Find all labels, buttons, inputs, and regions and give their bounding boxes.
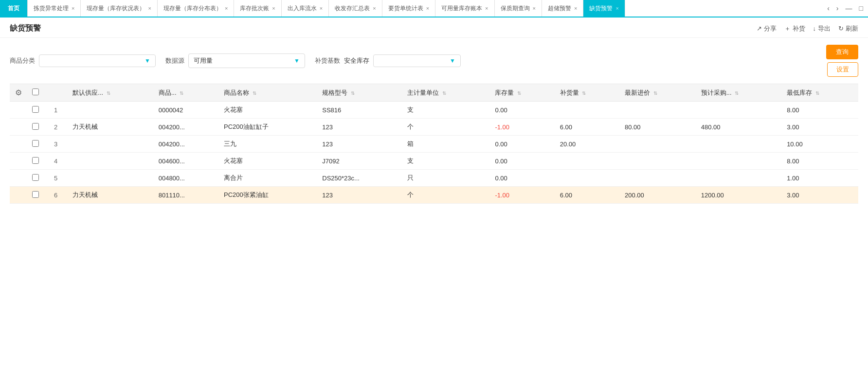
- close-icon[interactable]: ×: [148, 5, 151, 11]
- tab-inout-label: 出入库流水: [288, 4, 317, 13]
- close-icon[interactable]: ×: [272, 5, 275, 11]
- row-checkbox[interactable]: [32, 157, 39, 164]
- close-icon[interactable]: ×: [320, 5, 323, 11]
- maximize-icon[interactable]: □: [856, 3, 866, 13]
- close-icon[interactable]: ×: [615, 5, 618, 11]
- table-row: 4 004600... 火花塞 J7092 支 0.00 8.00: [10, 153, 858, 170]
- page-content: 缺货预警 ↗ 分享 ＋ 补货 ↓ 导出 ↻ 刷新 商品分类: [0, 18, 868, 387]
- select-all-checkbox[interactable]: [32, 88, 39, 95]
- refresh-button[interactable]: ↻ 刷新: [838, 24, 858, 33]
- row-checkbox[interactable]: [32, 174, 39, 181]
- row-product-code: 0000042: [154, 102, 219, 119]
- row-checkbox-cell: [27, 170, 44, 187]
- tab-defect-handling[interactable]: 拣货异常处理 ×: [28, 0, 81, 17]
- row-spec: SS816: [317, 102, 402, 119]
- page-title: 缺货预警: [10, 23, 41, 34]
- tab-prev-icon[interactable]: ‹: [824, 3, 832, 13]
- sort-icon: ⇅: [735, 90, 739, 96]
- tab-collection-summary[interactable]: 收发存汇总表 ×: [329, 0, 382, 17]
- tab-collect-label: 收发存汇总表: [335, 4, 370, 13]
- close-icon[interactable]: ×: [72, 5, 74, 11]
- tab-defect-label: 拣货异常处理: [34, 4, 69, 13]
- row-inventory: -1.00: [490, 187, 555, 204]
- row-est-purchase: [696, 170, 782, 187]
- row-checkbox[interactable]: [32, 106, 39, 113]
- tab-expiry-query[interactable]: 保质期查询 ×: [495, 0, 542, 17]
- row-spec: 123: [317, 136, 402, 153]
- tab-overstock-warning[interactable]: 超储预警 ×: [542, 0, 583, 17]
- filter-actions: 查询 设置: [826, 45, 858, 77]
- tab-home[interactable]: 首页: [0, 0, 28, 17]
- col-latest-price[interactable]: 最新进价 ⇅: [620, 84, 696, 102]
- minimize-icon[interactable]: —: [843, 3, 855, 13]
- filter-area: 商品分类 ▼ 数据源 可用量 ▼ 补货基数 安全库存 ▼ 查询 设置: [0, 38, 868, 84]
- row-min-inventory: 8.00: [782, 153, 858, 170]
- tab-inventory-status[interactable]: 现存量（库存状况表） ×: [81, 0, 157, 17]
- category-label: 商品分类: [10, 56, 35, 65]
- col-default-supplier[interactable]: 默认供应... ⇅: [68, 84, 153, 102]
- close-icon[interactable]: ×: [574, 5, 577, 11]
- row-latest-price: [620, 102, 696, 119]
- close-icon[interactable]: ×: [373, 5, 376, 11]
- settings-button[interactable]: 设置: [827, 62, 858, 77]
- row-default-supplier: 力天机械: [68, 119, 153, 136]
- tab-inout-flow[interactable]: 出入库流水 ×: [282, 0, 329, 17]
- col-product-code[interactable]: 商品... ⇅: [154, 84, 219, 102]
- row-latest-price: [620, 153, 696, 170]
- col-row-num: [44, 84, 68, 102]
- gear-icon[interactable]: ⚙: [15, 88, 22, 97]
- col-spec[interactable]: 规格型号 ⇅: [317, 84, 402, 102]
- query-button[interactable]: 查询: [826, 45, 858, 59]
- tab-demand-stats[interactable]: 要货单统计表 ×: [382, 0, 435, 17]
- replenish-icon: ＋: [784, 24, 791, 33]
- row-checkbox[interactable]: [32, 140, 39, 147]
- refresh-icon: ↻: [838, 25, 844, 32]
- datasource-select[interactable]: 可用量 ▼: [188, 53, 305, 68]
- export-button[interactable]: ↓ 导出: [813, 24, 831, 33]
- row-latest-price: [620, 136, 696, 153]
- close-icon[interactable]: ×: [225, 5, 228, 11]
- row-min-inventory: 3.00: [782, 187, 858, 204]
- tab-overstock-label: 超储预警: [548, 4, 571, 13]
- close-icon[interactable]: ×: [485, 5, 488, 11]
- tab-inventory-dist[interactable]: 现存量（库存分布表） ×: [158, 0, 234, 17]
- row-number: 3: [44, 136, 68, 153]
- tab-batch-account[interactable]: 库存批次账 ×: [234, 0, 281, 17]
- sort-icon: ⇅: [517, 90, 521, 96]
- table-row: 5 004800... 离合片 DS250*23c... 只 0.00 1.00: [10, 170, 858, 187]
- table-row: 3 004200... 三九 123 箱 0.00 20.00 10.00: [10, 136, 858, 153]
- row-number: 4: [44, 153, 68, 170]
- row-product-code: 004200...: [154, 119, 219, 136]
- row-unit: 箱: [402, 136, 490, 153]
- tab-next-icon[interactable]: ›: [833, 3, 842, 13]
- row-checkbox[interactable]: [32, 123, 39, 130]
- row-settings-cell: [10, 170, 27, 187]
- share-button[interactable]: ↗ 分享: [757, 24, 777, 33]
- col-unit[interactable]: 主计量单位 ⇅: [402, 84, 490, 102]
- tab-available-ledger[interactable]: 可用量库存账本 ×: [435, 0, 494, 17]
- col-inventory[interactable]: 库存量 ⇅: [490, 84, 555, 102]
- col-est-purchase[interactable]: 预计采购... ⇅: [696, 84, 782, 102]
- row-replenish-qty: [555, 102, 620, 119]
- category-select[interactable]: ▼: [39, 54, 156, 67]
- sort-icon: ⇅: [582, 90, 586, 96]
- row-inventory: 0.00: [490, 153, 555, 170]
- sort-icon: ⇅: [107, 90, 110, 96]
- table-header-row: ⚙ 默认供应... ⇅ 商品... ⇅ 商品名称: [10, 84, 858, 102]
- row-product-name: 火花塞: [219, 102, 317, 119]
- row-checkbox[interactable]: [32, 191, 39, 198]
- row-product-name: 三九: [219, 136, 317, 153]
- replenish-base-select[interactable]: ▼: [373, 54, 461, 67]
- close-icon[interactable]: ×: [533, 5, 536, 11]
- row-min-inventory: 10.00: [782, 136, 858, 153]
- col-product-name[interactable]: 商品名称 ⇅: [219, 84, 317, 102]
- close-icon[interactable]: ×: [426, 5, 429, 11]
- col-min-inventory[interactable]: 最低库存 ⇅: [782, 84, 858, 102]
- tab-shortage-warning[interactable]: 缺货预警 ×: [583, 0, 625, 17]
- row-inventory: 0.00: [490, 136, 555, 153]
- row-product-name: 火花塞: [219, 153, 317, 170]
- replenish-base-filter-group: 补货基数 安全库存 ▼: [315, 54, 461, 67]
- replenish-button[interactable]: ＋ 补货: [784, 24, 805, 33]
- sort-icon: ⇅: [253, 90, 256, 96]
- col-replenish-qty[interactable]: 补货量 ⇅: [555, 84, 620, 102]
